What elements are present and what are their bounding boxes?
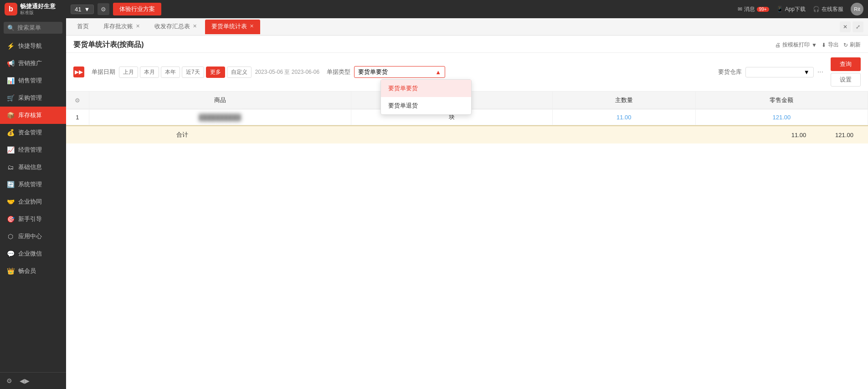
- date-btn-last-7[interactable]: 近7天: [182, 67, 204, 78]
- footer-amount: 121.00: [826, 132, 863, 138]
- sidebar-search-button[interactable]: 🔍 搜索菜单: [4, 22, 62, 34]
- tabs-controls: ✕ ⤢: [840, 21, 863, 32]
- tab-expand-button[interactable]: ⤢: [853, 21, 863, 32]
- table-col-amount: 零售金额: [695, 92, 868, 109]
- avatar-text: Rit: [854, 6, 860, 12]
- row-product: ██████████: [89, 109, 351, 125]
- type-select-value: 要货单要货: [358, 68, 388, 76]
- set-button[interactable]: 设置: [831, 73, 861, 87]
- search-label: 搜索菜单: [17, 24, 41, 32]
- sidebar-item-marketing[interactable]: 📢 营销推广: [0, 55, 66, 72]
- sidebar: 🔍 搜索菜单 ⚡ 快捷导航 📢 营销推广 📊 销售管理 🛒 采购管理 📦 库存核…: [0, 18, 66, 389]
- sidebar-settings-icon[interactable]: ⚙: [6, 377, 12, 384]
- company-selector-text: 41: [75, 6, 81, 13]
- sidebar-item-label: 新手引导: [18, 215, 42, 223]
- sidebar-item-member[interactable]: 👑 畅会员: [0, 262, 66, 280]
- sidebar-item-label: 营销推广: [18, 59, 42, 67]
- expand-filter-button[interactable]: ▶▶: [73, 67, 84, 77]
- sidebar-item-label: 经营管理: [18, 146, 42, 154]
- tab-order-summary[interactable]: 要货单统计表 ✕: [205, 20, 260, 34]
- sidebar-item-label: 基础信息: [18, 163, 42, 171]
- search-icon: 🔍: [7, 25, 15, 31]
- chevron-down-icon: ▼: [84, 6, 90, 13]
- app-download-button[interactable]: 📱 App下载: [776, 5, 806, 13]
- sidebar-item-quick-nav[interactable]: ⚡ 快捷导航: [0, 37, 66, 55]
- sidebar-item-sales[interactable]: 📊 销售管理: [0, 72, 66, 89]
- tab-order-summary-close[interactable]: ✕: [250, 23, 254, 29]
- sidebar-item-wechat[interactable]: 💬 企业微信: [0, 245, 66, 262]
- sidebar-item-operations[interactable]: 📈 经营管理: [0, 141, 66, 159]
- warehouse-label: 要货仓库: [718, 68, 742, 76]
- sidebar-item-purchase[interactable]: 🛒 采购管理: [0, 89, 66, 107]
- enterprise-icon: 🤝: [6, 198, 15, 205]
- date-custom-label[interactable]: 自定义: [227, 67, 252, 78]
- sidebar-collapse-icon[interactable]: ◀▶: [20, 377, 30, 384]
- tab-home[interactable]: 首页: [71, 20, 95, 34]
- table-col-product: 商品: [89, 92, 351, 109]
- query-button[interactable]: 查询: [831, 57, 861, 71]
- sidebar-item-label: 快捷导航: [18, 42, 42, 50]
- headset-icon: 🎧: [813, 6, 820, 12]
- date-range-text: 2023-05-06 至 2023-06-06: [255, 68, 319, 76]
- print-label: 按模板打印: [782, 41, 810, 49]
- inventory-icon: 📦: [6, 112, 15, 119]
- sidebar-item-basic-info[interactable]: 🗂 基础信息: [0, 159, 66, 176]
- table-col-settings[interactable]: ⚙: [66, 92, 89, 109]
- warehouse-select[interactable]: ▼: [745, 67, 814, 77]
- sidebar-item-label: 销售管理: [18, 77, 42, 85]
- app-edition: 标准版: [20, 10, 56, 15]
- tab-close-all-button[interactable]: ✕: [840, 21, 851, 32]
- export-icon: ⬇: [822, 42, 826, 48]
- table-col-qty: 主数量: [552, 92, 695, 109]
- chevron-up-icon: ▲: [435, 69, 441, 76]
- sales-icon: 📊: [6, 77, 15, 84]
- sidebar-item-label: 库存核算: [18, 111, 42, 119]
- print-button[interactable]: 🖨 按模板打印 ▼: [775, 41, 817, 49]
- sidebar-item-label: 应用中心: [18, 232, 42, 241]
- dropdown-item-0[interactable]: 要货单要货: [381, 80, 471, 97]
- messages-button[interactable]: ✉ 消息 99+: [738, 5, 769, 13]
- export-button[interactable]: ⬇ 导出: [822, 41, 839, 49]
- dropdown-item-1[interactable]: 要货单退货: [381, 97, 471, 114]
- top-center: 41 ▼ ⚙ 体验行业方案: [71, 3, 738, 15]
- tab-receipt-summary-label: 收发存汇总表: [154, 22, 190, 31]
- footer-label: 合计: [72, 131, 188, 139]
- system-icon: 🔄: [6, 181, 15, 188]
- basic-info-icon: 🗂: [6, 164, 15, 171]
- refresh-button[interactable]: ↻ 刷新: [843, 41, 861, 49]
- sidebar-item-enterprise[interactable]: 🤝 企业协同: [0, 193, 66, 210]
- sidebar-item-app-center[interactable]: ⬡ 应用中心: [0, 228, 66, 245]
- company-selector[interactable]: 41 ▼: [71, 5, 94, 14]
- date-btn-last-month[interactable]: 上月: [119, 67, 138, 78]
- tab-receipt-summary-close[interactable]: ✕: [193, 23, 197, 29]
- sidebar-item-label: 系统管理: [18, 180, 42, 189]
- phone-icon: 📱: [776, 6, 783, 12]
- top-header: b 畅捷通好生意 标准版 41 ▼ ⚙ 体验行业方案 ✉ 消息 99+ 📱 Ap…: [0, 0, 868, 18]
- trial-button[interactable]: 体验行业方案: [113, 3, 161, 15]
- row-amount[interactable]: 121.00: [695, 109, 868, 125]
- type-dropdown: 要货单要货 要货单退货: [380, 79, 472, 115]
- sidebar-item-inventory[interactable]: 📦 库存核算: [0, 107, 66, 124]
- messages-label: 消息: [744, 5, 755, 13]
- tab-inventory-batch[interactable]: 库存批次账 ✕: [97, 20, 146, 34]
- tab-inventory-batch-close[interactable]: ✕: [136, 23, 140, 29]
- app-center-icon: ⬡: [6, 233, 15, 240]
- date-btn-this-month[interactable]: 本月: [140, 67, 159, 78]
- sidebar-item-guide[interactable]: 🎯 新手引导: [0, 210, 66, 228]
- col-settings-icon: ⚙: [75, 97, 80, 104]
- content-area: 首页 库存批次账 ✕ 收发存汇总表 ✕ 要货单统计表 ✕ ✕ ⤢ 要: [66, 18, 868, 389]
- tab-receipt-summary[interactable]: 收发存汇总表 ✕: [148, 20, 203, 34]
- avatar[interactable]: Rit: [851, 3, 863, 15]
- sidebar-item-system[interactable]: 🔄 系统管理: [0, 176, 66, 193]
- settings-button[interactable]: ⚙: [98, 3, 109, 15]
- row-qty[interactable]: 11.00: [552, 109, 695, 125]
- more-filters-button[interactable]: ···: [817, 68, 823, 76]
- refresh-label: 刷新: [850, 41, 861, 49]
- gear-icon: ⚙: [101, 6, 106, 13]
- export-label: 导出: [828, 41, 839, 49]
- date-btn-this-year[interactable]: 本年: [161, 67, 180, 78]
- online-service-button[interactable]: 🎧 在线客服: [813, 5, 843, 13]
- date-btn-more[interactable]: 更多: [206, 67, 225, 78]
- type-select[interactable]: 要货单要货 ▲: [354, 66, 445, 78]
- sidebar-item-finance[interactable]: 💰 资金管理: [0, 124, 66, 141]
